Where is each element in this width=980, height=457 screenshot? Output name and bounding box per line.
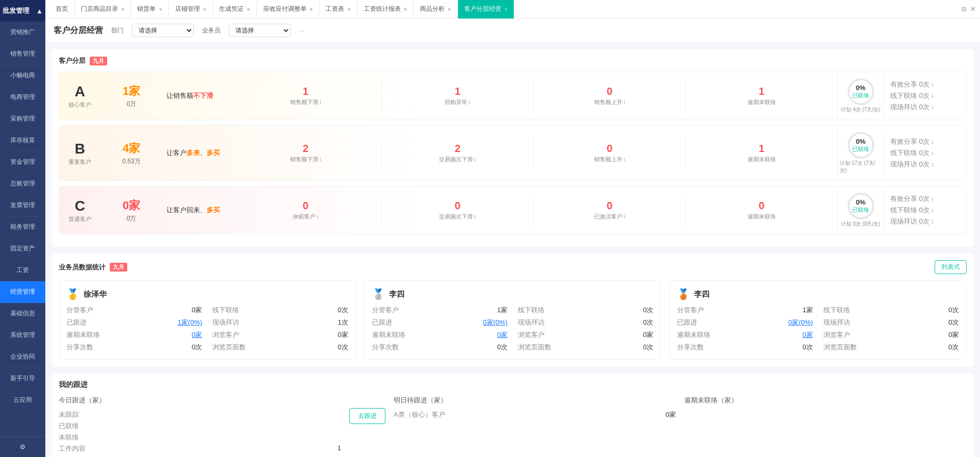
tier-count-C: 0家 — [123, 198, 140, 213]
stat-num: 0 — [384, 200, 531, 212]
stat-val[interactable]: 0家(0%) — [788, 318, 813, 327]
tier-row-A: A核心客户1家0万让销售额不下滑1销售额下滑ℹ1回购异常ℹ0销售额上升ℹ1逾期未… — [59, 72, 967, 120]
tab-close-icon[interactable]: × — [121, 6, 124, 12]
info-icon[interactable]: ℹ — [316, 214, 318, 219]
staff-stat-row-现场拜访: 现场拜访0次 — [823, 318, 959, 327]
tab-工资统计报表[interactable]: 工资统计报表× — [358, 0, 414, 19]
tab-close-icon[interactable]: × — [310, 6, 313, 12]
staff-stat-row-分享次数: 分享次数0次 — [677, 343, 813, 352]
tab-生成凭证[interactable]: 生成凭证× — [213, 0, 257, 19]
window-restore-icon[interactable]: ⧉ — [961, 5, 966, 13]
tab-应收应付调整单[interactable]: 应收应付调整单× — [257, 0, 319, 19]
sidebar-item-固定资产[interactable]: 固定资产 — [0, 238, 45, 260]
sidebar-item-经营管理[interactable]: 经营管理 — [0, 281, 45, 303]
tab-门店商品目录[interactable]: 门店商品目录× — [75, 0, 131, 19]
tab-close-icon[interactable]: × — [504, 6, 508, 12]
stat-val[interactable]: 1家(0%) — [178, 318, 202, 327]
sidebar-item-工资[interactable]: 工资 — [0, 260, 45, 281]
today-followup-col: 今日跟进（家） 未跟踪 已联络 未联络 工作内容 — [59, 396, 341, 454]
stat-val[interactable]: 0家 — [497, 330, 508, 340]
right-stat-label: 有效分享 0次 — [890, 194, 930, 204]
more-options-icon[interactable]: ··· — [299, 27, 305, 35]
tab-close-icon[interactable]: × — [247, 6, 250, 12]
right-info-icon[interactable]: ℹ — [932, 93, 934, 99]
tab-销货单[interactable]: 销货单× — [131, 0, 168, 19]
tomorrow-followup-col: 明日待跟进（家） A类（核心）客户 0家 — [394, 396, 676, 420]
right-info-icon[interactable]: ℹ — [932, 196, 934, 202]
sidebar-item-新手引导[interactable]: 新手引导 — [0, 368, 45, 390]
stat-val[interactable]: 0家 — [802, 330, 813, 340]
info-icon[interactable]: ℹ — [468, 99, 470, 105]
tier-stats-C: 0休眠客户ℹ0交易频次下滑ℹ0已激活客户ℹ0逾期未联络 — [229, 194, 837, 227]
window-close-icon[interactable]: ✕ — [970, 5, 976, 13]
tier-right-stats-A: 有效分享 0次ℹ线下联络 0次ℹ现场拜访 0次ℹ — [884, 75, 966, 117]
tier-name-B: 重要客户 — [69, 158, 91, 166]
dept-select[interactable]: 请选择 — [132, 24, 194, 37]
sidebar-item-销售管理[interactable]: 销售管理 — [0, 43, 45, 65]
right-info-icon[interactable]: ℹ — [932, 219, 934, 225]
list-view-button[interactable]: 列表式 — [935, 260, 967, 274]
stat-val[interactable]: 0家 — [192, 330, 202, 340]
right-info-icon[interactable]: ℹ — [932, 150, 934, 156]
right-stat-label: 有效分享 0次 — [890, 137, 930, 146]
sidebar-item-资金管理[interactable]: 资金管理 — [0, 151, 45, 173]
right-info-icon[interactable]: ℹ — [932, 139, 934, 145]
sidebar-item-企业协同[interactable]: 企业协同 — [0, 346, 45, 368]
sidebar-item-税务管理[interactable]: 税务管理 — [0, 216, 45, 238]
staff-stat-row-线下联络: 线下联络0次 — [518, 306, 653, 315]
tier-label-C: C普通客户 — [59, 190, 100, 231]
sidebar-item-基础信息[interactable]: 基础信息 — [0, 303, 45, 325]
staff-stat-row-逾期未联络: 逾期未联络0家 — [66, 330, 202, 340]
sidebar-logo[interactable]: 批发管理 ▲ — [0, 0, 45, 22]
stat-item-B-销售额下滑: 2销售额下滑ℹ — [229, 137, 381, 170]
info-icon[interactable]: ℹ — [623, 99, 626, 105]
staff-select[interactable]: 请选择 — [229, 24, 291, 37]
stat-item-B-销售额上升: 0销售额上升ℹ — [533, 137, 685, 170]
info-icon[interactable]: ℹ — [319, 157, 322, 162]
staff-name-1: 李四 — [389, 290, 404, 299]
right-info-icon[interactable]: ℹ — [932, 82, 934, 88]
sidebar-item-小畅电商[interactable]: 小畅电商 — [0, 65, 45, 87]
tab-首页[interactable]: 首页 — [49, 0, 75, 19]
sidebar-item-发票管理[interactable]: 发票管理 — [0, 195, 45, 216]
tier-name-A: 核心客户 — [69, 101, 91, 109]
tier-amount-A: 0万 — [127, 100, 137, 109]
right-info-icon[interactable]: ℹ — [932, 208, 934, 213]
sidebar-item-总账管理[interactable]: 总账管理 — [0, 173, 45, 195]
tab-end-icons[interactable]: ⧉✕ — [961, 5, 976, 13]
tab-店铺管理[interactable]: 店铺管理× — [169, 0, 213, 19]
tab-商品分析[interactable]: 商品分析× — [414, 0, 458, 19]
sidebar-item-云应用[interactable]: 云应用 — [0, 390, 45, 411]
tab-客户分层经营[interactable]: 客户分层经营× — [458, 0, 514, 19]
stat-key: 浏览页面数 — [823, 343, 857, 352]
sidebar-item-电商管理[interactable]: 电商管理 — [0, 87, 45, 108]
content-area: 客户分层经营 部门 请选择 业务员 请选择 ··· 客户分层 九月 A核心客户1… — [45, 19, 980, 457]
today-work-label: 工作内容 — [59, 444, 86, 453]
sidebar-item-系统管理[interactable]: 系统管理 — [0, 325, 45, 346]
tab-close-icon[interactable]: × — [203, 6, 206, 12]
tab-close-icon[interactable]: × — [404, 6, 407, 12]
staff-stat-row-逾期未联络: 逾期未联络0家 — [677, 330, 813, 340]
goto-followup-button[interactable]: 去跟进 — [349, 408, 385, 424]
tab-close-icon[interactable]: × — [159, 6, 162, 12]
tab-工资表[interactable]: 工资表× — [319, 0, 357, 19]
tier-count-block-B: 4家0.53万 — [100, 134, 162, 172]
sidebar-item-采购管理[interactable]: 采购管理 — [0, 108, 45, 130]
right-info-icon[interactable]: ℹ — [932, 162, 934, 167]
right-info-icon[interactable]: ℹ — [932, 105, 934, 110]
sidebar-gear-icon[interactable]: ⚙ — [0, 436, 45, 457]
sidebar-collapse-icon[interactable]: ▲ — [36, 7, 43, 15]
info-icon[interactable]: ℹ — [623, 157, 626, 162]
info-icon[interactable]: ℹ — [623, 214, 626, 219]
stat-val[interactable]: 0家(0%) — [483, 318, 508, 327]
info-icon[interactable]: ℹ — [319, 99, 322, 105]
sidebar-logo-text: 批发管理 — [3, 6, 29, 15]
main-area: 首页门店商品目录×销货单×店铺管理×生成凭证×应收应付调整单×工资表×工资统计报… — [45, 0, 980, 457]
sidebar-item-营销推广[interactable]: 营销推广 — [0, 22, 45, 43]
sidebar-item-库存核算[interactable]: 库存核算 — [0, 130, 45, 151]
info-icon[interactable]: ℹ — [474, 214, 476, 219]
tier-circle-B: 0% 已联络 计划 17次 (7天/次) — [837, 126, 884, 180]
info-icon[interactable]: ℹ — [474, 157, 476, 162]
tab-close-icon[interactable]: × — [347, 6, 350, 12]
tab-close-icon[interactable]: × — [448, 6, 451, 12]
